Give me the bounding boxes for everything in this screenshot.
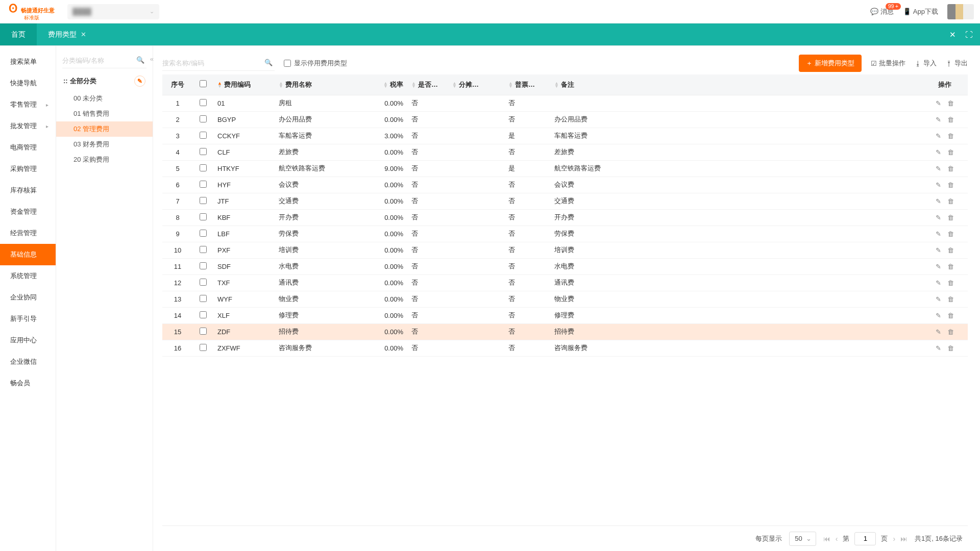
table-row[interactable]: 6 HYF 会议费 0.00% 否 否 会议费 ✎ 🗑	[162, 177, 968, 193]
edit-row-icon[interactable]: ✎	[936, 214, 941, 221]
row-checkbox[interactable]	[200, 132, 207, 139]
sidenav-item[interactable]: 基础信息	[0, 244, 56, 265]
messages-button[interactable]: 💬 消息 99 +	[870, 7, 894, 16]
table-row[interactable]: 10 PXF 培训费 0.00% 否 否 培训费 ✎ 🗑	[162, 242, 968, 258]
show-disabled-checkbox[interactable]: 显示停用费用类型	[284, 59, 347, 68]
delete-row-icon[interactable]: 🗑	[947, 132, 954, 140]
row-checkbox[interactable]	[200, 311, 207, 318]
row-checkbox[interactable]	[200, 262, 207, 269]
edit-row-icon[interactable]: ✎	[936, 279, 941, 287]
delete-row-icon[interactable]: 🗑	[947, 295, 954, 303]
edit-row-icon[interactable]: ✎	[936, 246, 941, 254]
delete-row-icon[interactable]: 🗑	[947, 279, 954, 287]
row-checkbox[interactable]	[200, 344, 207, 351]
edit-row-icon[interactable]: ✎	[936, 263, 941, 270]
col-bool1[interactable]: ▲▼是否…	[407, 74, 448, 95]
edit-row-icon[interactable]: ✎	[936, 230, 941, 238]
edit-row-icon[interactable]: ✎	[936, 328, 941, 336]
row-checkbox[interactable]	[200, 230, 207, 237]
col-alloc[interactable]: ▲▼分摊…	[448, 74, 504, 95]
table-row[interactable]: 3 CCKYF 车船客运费 3.00% 否 是 车船客运费 ✎ 🗑	[162, 128, 968, 144]
collapse-panel-icon[interactable]: «	[150, 55, 154, 63]
category-item[interactable]: 00 未分类	[56, 91, 153, 106]
row-checkbox[interactable]	[200, 279, 207, 286]
search-icon[interactable]: 🔍	[136, 56, 144, 64]
org-selector[interactable]: ████ ⌄	[67, 4, 159, 19]
delete-row-icon[interactable]: 🗑	[947, 344, 954, 352]
tab-home[interactable]: 首页	[0, 23, 37, 45]
sidenav-item[interactable]: 零售管理▸	[0, 94, 56, 115]
tab-close-all-icon[interactable]: ✕	[949, 30, 956, 39]
delete-row-icon[interactable]: 🗑	[947, 230, 954, 238]
per-page-select[interactable]: 50	[789, 532, 816, 546]
col-rate[interactable]: ▲▼税率	[366, 74, 407, 95]
sidenav-item[interactable]: 采购管理	[0, 158, 56, 180]
row-checkbox[interactable]	[200, 148, 207, 155]
edit-row-icon[interactable]: ✎	[936, 181, 941, 189]
col-remark[interactable]: ▲▼备注	[550, 74, 922, 95]
col-seq[interactable]: 序号	[162, 74, 193, 95]
new-expense-type-button[interactable]: ＋ 新增费用类型	[799, 55, 862, 72]
edit-row-icon[interactable]: ✎	[936, 116, 941, 123]
table-search-input[interactable]	[162, 56, 275, 71]
sidenav-item[interactable]: 企业协同	[0, 287, 56, 308]
sidenav-item[interactable]: 经营管理	[0, 222, 56, 244]
table-row[interactable]: 9 LBF 劳保费 0.00% 否 否 劳保费 ✎ 🗑	[162, 226, 968, 242]
show-disabled-input[interactable]	[284, 60, 291, 67]
batch-ops-button[interactable]: ☑ 批量操作	[871, 59, 905, 68]
export-button[interactable]: ⭱ 导出	[946, 59, 968, 68]
table-row[interactable]: 13 WYF 物业费 0.00% 否 否 物业费 ✎ 🗑	[162, 291, 968, 307]
row-checkbox[interactable]	[200, 328, 207, 335]
table-row[interactable]: 2 BGYP 办公用品费 0.00% 否 否 办公用品费 ✎ 🗑	[162, 111, 968, 128]
edit-row-icon[interactable]: ✎	[936, 295, 941, 303]
fullscreen-icon[interactable]: ⛶	[965, 30, 973, 39]
import-button[interactable]: ⭳ 导入	[915, 59, 937, 68]
page-last-button[interactable]: ⏭	[900, 535, 908, 543]
check-all-input[interactable]	[200, 80, 207, 87]
delete-row-icon[interactable]: 🗑	[947, 328, 954, 336]
row-checkbox[interactable]	[200, 295, 207, 302]
delete-row-icon[interactable]: 🗑	[947, 165, 954, 172]
table-row[interactable]: 8 KBF 开办费 0.00% 否 否 开办费 ✎ 🗑	[162, 209, 968, 226]
search-icon[interactable]: 🔍	[264, 59, 273, 66]
category-search-input[interactable]	[62, 53, 146, 68]
category-item[interactable]: 03 财务费用	[56, 137, 153, 152]
page-next-button[interactable]: ›	[893, 535, 895, 543]
sidenav-item[interactable]: 电商管理	[0, 137, 56, 158]
user-avatar[interactable]	[947, 4, 974, 19]
edit-row-icon[interactable]: ✎	[936, 99, 941, 107]
table-row[interactable]: 11 SDF 水电费 0.00% 否 否 水电费 ✎ 🗑	[162, 258, 968, 274]
table-row[interactable]: 15 ZDF 招待费 0.00% 否 否 招待费 ✎ 🗑	[162, 323, 968, 340]
sidenav-item[interactable]: 应用中心	[0, 330, 56, 351]
category-item[interactable]: 02 管理费用	[56, 121, 153, 137]
row-checkbox[interactable]	[200, 164, 207, 171]
col-check-all[interactable]	[193, 74, 213, 95]
delete-row-icon[interactable]: 🗑	[947, 312, 954, 319]
sidenav-item[interactable]: 新手引导	[0, 308, 56, 330]
delete-row-icon[interactable]: 🗑	[947, 116, 954, 123]
edit-row-icon[interactable]: ✎	[936, 312, 941, 319]
table-row[interactable]: 14 XLF 修理费 0.00% 否 否 修理费 ✎ 🗑	[162, 307, 968, 323]
delete-row-icon[interactable]: 🗑	[947, 197, 954, 205]
edit-row-icon[interactable]: ✎	[936, 344, 941, 352]
table-row[interactable]: 5 HTKYF 航空铁路客运费 9.00% 否 是 航空铁路客运费 ✎ 🗑	[162, 160, 968, 177]
row-checkbox[interactable]	[200, 197, 207, 204]
sidenav-item[interactable]: 搜索菜单	[0, 51, 56, 72]
tab-expense-type[interactable]: 费用类型 ✕	[37, 23, 97, 45]
row-checkbox[interactable]	[200, 115, 207, 122]
edit-row-icon[interactable]: ✎	[936, 148, 941, 156]
page-number-input[interactable]	[854, 532, 876, 545]
row-checkbox[interactable]	[200, 213, 207, 220]
delete-row-icon[interactable]: 🗑	[947, 148, 954, 156]
sidenav-item[interactable]: 批发管理▸	[0, 115, 56, 137]
edit-row-icon[interactable]: ✎	[936, 132, 941, 140]
app-download-button[interactable]: 📱 App下载	[903, 7, 938, 16]
table-row[interactable]: 12 TXF 通讯费 0.00% 否 否 通讯费 ✎ 🗑	[162, 274, 968, 291]
table-row[interactable]: 16 ZXFWF 咨询服务费 0.00% 否 否 咨询服务费 ✎ 🗑	[162, 340, 968, 356]
row-checkbox[interactable]	[200, 99, 207, 106]
page-first-button[interactable]: ⏮	[823, 535, 830, 543]
sidenav-item[interactable]: 资金管理	[0, 201, 56, 222]
col-code[interactable]: ▲▼费用编码	[213, 74, 275, 95]
sidenav-item[interactable]: 系统管理	[0, 265, 56, 287]
category-item[interactable]: 01 销售费用	[56, 106, 153, 121]
